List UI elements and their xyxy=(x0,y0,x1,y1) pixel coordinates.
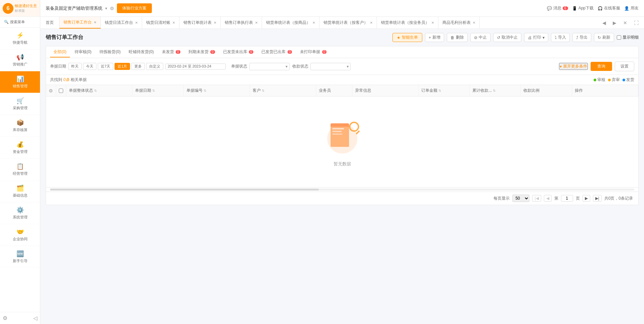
page-prev-btn[interactable]: ◀ xyxy=(544,195,552,202)
tab-sales-workbench-close[interactable]: ✕ xyxy=(94,21,96,24)
sidebar-item-basic[interactable]: 🗂️ 基础信息 xyxy=(0,180,40,202)
show-detail-label[interactable]: 显示明细 xyxy=(617,35,639,40)
tab-cash-reconcile-close[interactable]: ✕ xyxy=(172,21,175,25)
settings-header-icon[interactable]: ⚙ xyxy=(110,6,114,11)
tab-sales-workbench[interactable]: 销售订单工作台 ✕ xyxy=(59,17,101,29)
settings-btn[interactable]: 设置 xyxy=(615,62,634,71)
review-btn[interactable]: 审核 xyxy=(594,77,605,83)
sidebar-item-guide[interactable]: 🆕 新手引导 xyxy=(0,246,40,268)
tab-scroll-right-btn[interactable]: ▶ xyxy=(610,20,619,26)
collapse-icon[interactable]: ◁ xyxy=(33,315,37,321)
filter-tab-not-shipped[interactable]: 未发货 0 xyxy=(159,47,184,57)
app-download-item[interactable]: 📱 App下载 xyxy=(572,5,594,11)
tab-gross-profit[interactable]: 商品毛利分析表 ✕ xyxy=(438,17,480,29)
sidebar-item-sales[interactable]: 📊 销售管理 xyxy=(0,71,40,93)
message-item[interactable]: 💬 消息 6 xyxy=(547,5,568,11)
filter-tab-pending-review[interactable]: 待审核(0) xyxy=(71,47,95,57)
page-number-input[interactable] xyxy=(561,195,573,202)
dropdown-arrow-icon[interactable]: ▾ xyxy=(105,6,107,11)
ship-btn[interactable]: 发货 xyxy=(622,77,634,83)
col-status-header[interactable]: 单据整体状态 ⇅ xyxy=(66,85,132,96)
tab-sales-by-product[interactable]: 销货单统计表（按商品） ✕ xyxy=(262,17,319,29)
tab-sales-workbench-label: 销售订单工作台 xyxy=(63,19,92,25)
page-last-btn[interactable]: ▶| xyxy=(593,195,602,202)
sidebar-item-enterprise[interactable]: 🤝 企业协同 xyxy=(0,224,40,246)
tab-sales-by-customer[interactable]: 销货单统计表（按客户） ✕ xyxy=(319,17,377,29)
date-range-input[interactable] xyxy=(165,64,226,70)
add-btn[interactable]: + 新增 xyxy=(425,33,444,42)
column-settings-icon[interactable]: ⚙ xyxy=(49,88,53,93)
page-next-btn[interactable]: ▶ xyxy=(583,195,590,202)
tab-sales-exec-close[interactable]: ✕ xyxy=(255,21,258,25)
tab-sales-by-staff[interactable]: 销货单统计表（按业务员） ✕ xyxy=(377,17,438,29)
page-size-label: 每页显示 xyxy=(493,196,510,201)
tab-close-all-btn[interactable]: ✕ xyxy=(620,20,630,26)
settings-bottom-icon[interactable]: ⚙ xyxy=(3,315,7,321)
date-btn-yesterday[interactable]: 昨天 xyxy=(68,63,82,70)
filter-tab-shipped-not-out[interactable]: 已发货未出库 0 xyxy=(220,47,257,57)
tab-scroll-left-btn[interactable]: ◀ xyxy=(600,20,609,26)
page-size-select[interactable]: 50 100 200 xyxy=(512,195,529,202)
stop-btn[interactable]: ⊘ 中止 xyxy=(470,33,490,42)
tab-gross-profit-close[interactable]: ✕ xyxy=(473,21,475,25)
date-btn-1month[interactable]: 近1月 xyxy=(115,63,130,70)
tab-maximize-btn[interactable]: ⛶ xyxy=(631,20,641,26)
date-btn-today[interactable]: 今天 xyxy=(83,63,96,70)
col-collected-header[interactable]: 累计收款... ⇅ xyxy=(470,85,521,96)
query-btn[interactable]: 查询 xyxy=(591,62,612,71)
horizontal-scrollbar-track[interactable] xyxy=(50,189,634,191)
tab-sales-stats[interactable]: 销售订单统计表 ✕ xyxy=(179,17,221,29)
date-btn-more[interactable]: 更多 xyxy=(131,63,145,70)
page-first-btn[interactable]: |◀ xyxy=(532,195,541,202)
col-amount-header[interactable]: 订单金额 ⇅ xyxy=(419,85,470,96)
sidebar-item-purchase[interactable]: 🛒 采购管理 xyxy=(0,93,40,115)
sidebar-item-marketing[interactable]: 📢 营销推广 xyxy=(0,49,40,71)
sidebar-item-inventory[interactable]: 📦 库存核算 xyxy=(0,115,40,137)
payment-select[interactable] xyxy=(310,63,351,70)
delete-btn[interactable]: 🗑 删除 xyxy=(447,33,468,42)
filter-tab-not-printed[interactable]: 未打印单据 0 xyxy=(297,47,330,57)
search-menu-item[interactable]: 🔍 搜索菜单 xyxy=(0,17,40,28)
filter-tab-overdue[interactable]: 到期未发货 0 xyxy=(185,47,218,57)
col-date-header[interactable]: 单据日期 ⇅ xyxy=(132,85,183,96)
ai-generate-btn[interactable]: ★ 智能生单 xyxy=(392,33,422,42)
filter-tab-pending-check[interactable]: 待拣验货(0) xyxy=(96,47,124,57)
tab-home[interactable]: 首页 xyxy=(40,17,59,29)
tab-cash-reconcile[interactable]: 钱货日清对账 ✕ xyxy=(142,17,179,29)
experience-btn[interactable]: 体验行业方案 xyxy=(117,3,152,13)
revoke-btn[interactable]: 弃审 xyxy=(608,77,620,83)
quick-nav-icon: ⚡ xyxy=(16,32,24,39)
sidebar-item-capital[interactable]: 💰 资金管理 xyxy=(0,137,40,159)
sidebar-item-system[interactable]: ⚙️ 系统管理 xyxy=(0,202,40,224)
col-number-header[interactable]: 单据编号 ⇅ xyxy=(184,85,250,96)
tab-sales-exec[interactable]: 销售订单执行表 ✕ xyxy=(221,17,262,29)
status-select[interactable] xyxy=(249,63,290,70)
export-btn[interactable]: ⤴ 导出 xyxy=(572,33,591,42)
date-btn-7days[interactable]: 近7天 xyxy=(98,63,113,70)
tab-cash-daily-close[interactable]: ✕ xyxy=(135,21,138,25)
import-btn[interactable]: ⤵ 导入 xyxy=(551,33,570,42)
tab-cash-daily[interactable]: 钱货日清工作台 ✕ xyxy=(101,17,142,29)
tab-sales-by-customer-close[interactable]: ✕ xyxy=(370,21,373,25)
horizontal-scrollbar-thumb[interactable] xyxy=(50,189,319,191)
cancel-stop-btn[interactable]: ↺ 取消中止 xyxy=(493,33,521,42)
date-btn-custom[interactable]: 自定义 xyxy=(146,63,163,70)
filter-tab-shipped-out[interactable]: 已发货已出库 0 xyxy=(258,47,295,57)
user-item[interactable]: 👤 用友 xyxy=(624,5,639,11)
tab-sales-stats-close[interactable]: ✕ xyxy=(214,21,216,25)
col-customer-header[interactable]: 客户 ⇅ xyxy=(250,85,316,96)
col-ratio-header: 收款比例 xyxy=(521,85,572,96)
col-settings[interactable]: ⚙ xyxy=(46,85,56,96)
show-detail-checkbox[interactable] xyxy=(617,35,621,40)
filter-tab-wangpu[interactable]: 旺铺待发货(0) xyxy=(125,47,157,57)
select-all-checkbox[interactable] xyxy=(59,88,63,93)
refresh-btn[interactable]: ↻ 刷新 xyxy=(594,33,614,42)
tab-sales-by-product-close[interactable]: ✕ xyxy=(312,21,315,25)
tab-sales-by-staff-close[interactable]: ✕ xyxy=(431,21,434,25)
expand-btn[interactable]: ▾ 展开更多条件 xyxy=(559,63,588,70)
sidebar-item-operations[interactable]: 📋 经营管理 xyxy=(0,159,40,180)
print-btn[interactable]: 🖨 打印 ▾ xyxy=(524,33,548,42)
filter-tab-all[interactable]: 全部(0) xyxy=(50,47,70,57)
sidebar-item-quick-nav[interactable]: ⚡ 快捷导航 xyxy=(0,28,40,49)
online-service-item[interactable]: 🎧 在线客服 xyxy=(598,5,620,11)
